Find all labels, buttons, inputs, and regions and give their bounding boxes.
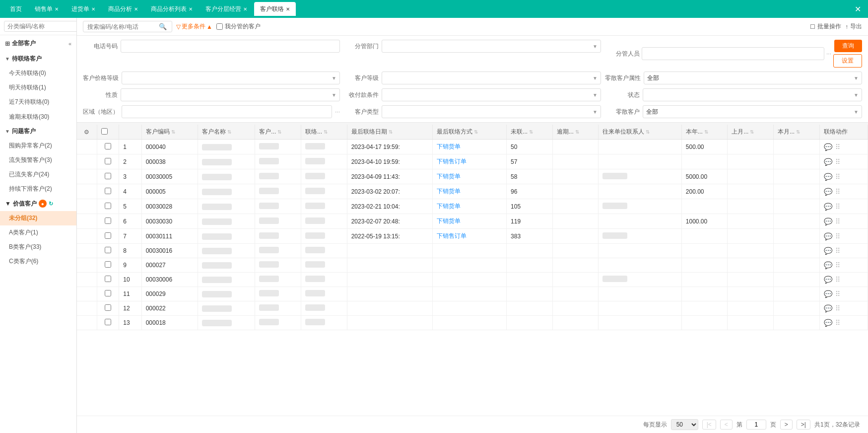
region-dots[interactable]: ··· (335, 108, 340, 115)
chat-icon[interactable]: 💬 (824, 158, 832, 166)
nav-tab-home[interactable]: 首页 (4, 2, 28, 16)
chat-icon[interactable]: 💬 (824, 290, 832, 298)
col-type[interactable]: 客户...⇅ (255, 125, 301, 140)
sidebar-item-declining[interactable]: 持续下滑客户(2) (0, 182, 76, 196)
sidebar-item-today[interactable]: 今天待联络(0) (0, 66, 76, 80)
nature-select[interactable]: ▼ (121, 88, 340, 101)
manager-dots[interactable]: ··· (826, 50, 831, 57)
row-last-method[interactable]: 下销货单 (437, 203, 461, 210)
row-checkbox[interactable] (105, 217, 111, 224)
filter-search-input[interactable] (87, 23, 157, 30)
batch-ops-btn[interactable]: ☐ 批量操作 (810, 22, 841, 31)
sidebar-item-ungroup[interactable]: 未分组(32) (0, 211, 76, 225)
query-button[interactable]: 查询 (834, 40, 862, 52)
more-icon[interactable]: ⠿ (835, 232, 840, 240)
purchase-tab-close[interactable]: ✕ (91, 6, 95, 12)
row-last-method[interactable]: 下销售订单 (437, 158, 467, 165)
col-unit-contact[interactable]: 往来单位联系人⇅ (599, 125, 681, 140)
row-checkbox[interactable] (105, 304, 111, 311)
nav-tab-purchase[interactable]: 进货单 ✕ (66, 2, 101, 16)
more-icon[interactable]: ⠿ (835, 304, 840, 312)
row-last-method[interactable]: 下销货单 (437, 188, 461, 195)
row-checkbox[interactable] (105, 232, 111, 239)
scatter-customer-select[interactable]: 全部 ▼ (643, 105, 862, 118)
more-icon[interactable]: ⠿ (835, 158, 840, 166)
chat-icon[interactable]: 💬 (824, 203, 832, 211)
more-icon[interactable]: ⠿ (835, 290, 840, 298)
more-icon[interactable]: ⠿ (835, 203, 840, 211)
payment-select[interactable]: ▼ (382, 88, 601, 101)
export-btn[interactable]: ↑ 导出 (845, 22, 862, 31)
row-last-method[interactable]: 下销货单 (437, 143, 461, 150)
row-checkbox[interactable] (105, 290, 111, 296)
close-all-button[interactable]: ✕ (852, 4, 864, 14)
col-settings[interactable]: ⚙ (77, 125, 97, 140)
customer-type-select[interactable]: ▼ (382, 105, 601, 118)
reset-button[interactable]: 设置 (833, 54, 862, 68)
customer-level-select[interactable]: ▼ (382, 72, 601, 84)
row-last-method[interactable]: 下销售订单 (437, 232, 467, 239)
more-icon[interactable]: ⠿ (835, 261, 840, 269)
chat-icon[interactable]: 💬 (824, 319, 832, 327)
col-last-contact-date[interactable]: 最后联络日期⇅ (347, 125, 432, 140)
row-last-method[interactable]: 下销货单 (437, 173, 461, 180)
more-icon[interactable]: ⠿ (835, 188, 840, 196)
chat-icon[interactable]: 💬 (824, 143, 832, 151)
row-checkbox[interactable] (105, 203, 111, 209)
customer-segment-tab-close[interactable]: ✕ (243, 6, 247, 12)
chat-icon[interactable]: 💬 (824, 247, 832, 255)
manager-select[interactable] (642, 47, 824, 60)
col-this-year[interactable]: 本年...⇅ (681, 125, 728, 140)
col-this-month[interactable]: 本月...⇅ (774, 125, 820, 140)
page-input[interactable] (746, 420, 766, 430)
sidebar-item-lost[interactable]: 已流失客户(24) (0, 167, 76, 182)
col-no-contact[interactable]: 未联...⇅ (507, 125, 553, 140)
last-page-btn[interactable]: >| (797, 420, 810, 430)
dept-select[interactable]: ▼ (382, 40, 601, 53)
sidebar-item-tomorrow[interactable]: 明天待联络(1) (0, 80, 76, 95)
first-page-btn[interactable]: |< (702, 420, 716, 430)
more-conditions-btn[interactable]: ▽ 更多条件 ▲ (176, 22, 212, 31)
nav-tab-product-analysis[interactable]: 商品分析 ✕ (102, 2, 144, 16)
chat-icon[interactable]: 💬 (824, 261, 832, 269)
row-checkbox[interactable] (105, 158, 111, 164)
row-checkbox[interactable] (105, 319, 111, 325)
chat-icon[interactable]: 💬 (824, 232, 832, 240)
chat-icon[interactable]: 💬 (824, 188, 832, 196)
price-level-select[interactable]: ▼ (122, 72, 340, 84)
prev-page-btn[interactable]: < (720, 420, 733, 430)
sidebar-search-input[interactable] (4, 21, 77, 32)
sidebar-item-b-class[interactable]: B类客户(33) (0, 240, 76, 254)
nav-tab-product-analysis-list[interactable]: 商品分析列表 ✕ (145, 2, 199, 16)
filter-search-icon[interactable]: 🔍 (159, 23, 167, 30)
nav-tab-sales[interactable]: 销售单 ✕ (29, 2, 65, 16)
phone-input[interactable] (121, 40, 340, 53)
col-overdue[interactable]: 逾期...⇅ (552, 125, 599, 140)
refresh-icon[interactable]: ↻ (49, 201, 53, 207)
my-customers-check[interactable] (216, 23, 223, 30)
nav-tab-customer-contact[interactable]: 客户联络 ✕ (254, 2, 296, 16)
nav-tab-customer-segment[interactable]: 客户分层经营 ✕ (200, 2, 253, 16)
page-size-select[interactable]: 50 100 200 (671, 419, 698, 430)
sidebar-item-hoarding[interactable]: 囤购异常客户(2) (0, 139, 76, 153)
col-contact[interactable]: 联络...⇅ (301, 125, 347, 140)
customer-contact-tab-close[interactable]: ✕ (286, 6, 290, 12)
sidebar-all-customers[interactable]: ⊞ 全部客户 « (0, 35, 76, 52)
scatter-attr-select[interactable]: 全部 ▼ (644, 72, 862, 84)
more-icon[interactable]: ⠿ (835, 143, 840, 151)
sidebar-group-problem[interactable]: ▼ 问题客户 (0, 124, 76, 139)
row-checkbox[interactable] (105, 276, 111, 282)
chat-icon[interactable]: 💬 (824, 304, 832, 312)
col-code[interactable]: 客户编码⇅ (141, 125, 198, 140)
more-icon[interactable]: ⠿ (835, 247, 840, 255)
select-all-checkbox[interactable] (101, 128, 108, 135)
next-page-btn[interactable]: > (780, 420, 793, 430)
chat-icon[interactable]: 💬 (824, 276, 832, 284)
row-checkbox[interactable] (105, 188, 111, 194)
product-analysis-list-tab-close[interactable]: ✕ (189, 6, 193, 12)
sidebar-group-pending[interactable]: ▼ 待联络客户 (0, 52, 76, 66)
more-icon[interactable]: ⠿ (835, 276, 840, 284)
chat-icon[interactable]: 💬 (824, 217, 832, 225)
more-icon[interactable]: ⠿ (835, 217, 840, 225)
row-checkbox[interactable] (105, 247, 111, 253)
